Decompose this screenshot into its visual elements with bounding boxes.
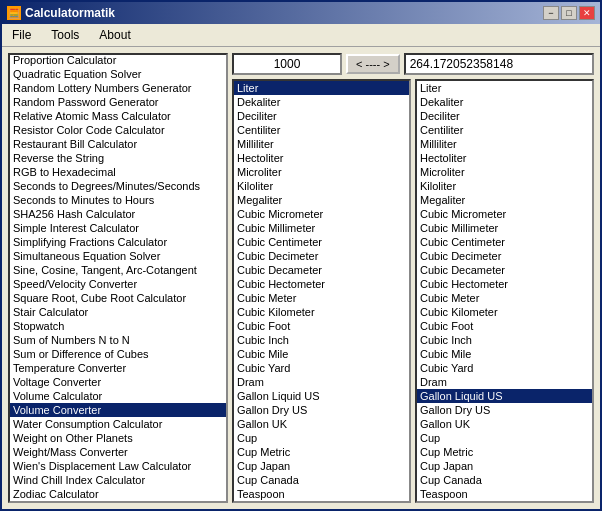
menu-tools[interactable]: Tools bbox=[45, 26, 85, 44]
list-item[interactable]: Quadratic Equation Solver bbox=[10, 67, 226, 81]
list-item[interactable]: Dram bbox=[234, 375, 409, 389]
list-item[interactable]: Dram bbox=[417, 375, 592, 389]
menu-file[interactable]: File bbox=[6, 26, 37, 44]
list-item[interactable]: Cup Canada bbox=[234, 473, 409, 487]
list-item[interactable]: Cup Metric bbox=[417, 445, 592, 459]
list-item[interactable]: Random Lottery Numbers Generator bbox=[10, 81, 226, 95]
list-item[interactable]: Cubic Decameter bbox=[234, 263, 409, 277]
list-item[interactable]: Cup bbox=[417, 431, 592, 445]
list-item[interactable]: Weight on Other Planets bbox=[10, 431, 226, 445]
list-item[interactable]: Cubic Hectometer bbox=[234, 277, 409, 291]
list-item[interactable]: Deciliter bbox=[417, 109, 592, 123]
list-item[interactable]: Megaliter bbox=[417, 193, 592, 207]
list-item[interactable]: Cubic Micrometer bbox=[417, 207, 592, 221]
list-item[interactable]: Reverse the String bbox=[10, 151, 226, 165]
list-item[interactable]: Milliliter bbox=[417, 137, 592, 151]
list-item[interactable]: Hectoliter bbox=[234, 151, 409, 165]
list-item[interactable]: Kiloliter bbox=[417, 179, 592, 193]
list-item[interactable]: Random Password Generator bbox=[10, 95, 226, 109]
list-item[interactable]: RGB to Hexadecimal bbox=[10, 165, 226, 179]
list-item[interactable]: Cup Canada bbox=[417, 473, 592, 487]
list-item[interactable]: Weight/Mass Converter bbox=[10, 445, 226, 459]
list-item[interactable]: Cup Japan bbox=[417, 459, 592, 473]
list-item[interactable]: Water Consumption Calculator bbox=[10, 417, 226, 431]
list-item[interactable]: Sum of Numbers N to N bbox=[10, 333, 226, 347]
list-item[interactable]: Seconds to Degrees/Minutes/Seconds bbox=[10, 179, 226, 193]
list-item[interactable]: Cubic Inch bbox=[234, 333, 409, 347]
list-item[interactable]: SHA256 Hash Calculator bbox=[10, 207, 226, 221]
list-item[interactable]: Proportion Calculator bbox=[10, 53, 226, 67]
list-item[interactable]: Milliliter bbox=[234, 137, 409, 151]
list-item[interactable]: Gallon UK bbox=[417, 417, 592, 431]
list-item[interactable]: Cubic Yard bbox=[234, 361, 409, 375]
list-item[interactable]: Cubic Yard bbox=[417, 361, 592, 375]
convert-button[interactable]: < ---- > bbox=[346, 54, 400, 74]
list-item[interactable]: Wien's Displacement Law Calculator bbox=[10, 459, 226, 473]
to-unit-list[interactable]: LiterDekaliterDeciliterCentiliterMillili… bbox=[415, 79, 594, 503]
minimize-button[interactable]: − bbox=[543, 6, 559, 20]
list-item[interactable]: Liter bbox=[417, 81, 592, 95]
list-item[interactable]: Gallon Dry US bbox=[417, 403, 592, 417]
list-item[interactable]: Liter bbox=[234, 81, 409, 95]
list-item[interactable]: Centiliter bbox=[234, 123, 409, 137]
list-item[interactable]: Sine, Cosine, Tangent, Arc-Cotangent bbox=[10, 263, 226, 277]
list-item[interactable]: Cubic Meter bbox=[417, 291, 592, 305]
list-item[interactable]: Kiloliter bbox=[234, 179, 409, 193]
list-item[interactable]: Cup bbox=[234, 431, 409, 445]
list-item[interactable]: Cubic Decimeter bbox=[417, 249, 592, 263]
list-item[interactable]: Cup Japan bbox=[234, 459, 409, 473]
list-item[interactable]: Voltage Converter bbox=[10, 375, 226, 389]
list-item[interactable]: Gallon Liquid US bbox=[234, 389, 409, 403]
list-item[interactable]: Cubic Millimeter bbox=[417, 221, 592, 235]
input-value-field[interactable] bbox=[232, 53, 342, 75]
list-item[interactable]: Square Root, Cube Root Calculator bbox=[10, 291, 226, 305]
list-item[interactable]: Simplifying Fractions Calculator bbox=[10, 235, 226, 249]
list-item[interactable]: Cubic Centimeter bbox=[417, 235, 592, 249]
list-item[interactable]: Dekaliter bbox=[417, 95, 592, 109]
list-item[interactable]: Simple Interest Calculator bbox=[10, 221, 226, 235]
list-item[interactable]: Simultaneous Equation Solver bbox=[10, 249, 226, 263]
list-item[interactable]: Cubic Kilometer bbox=[234, 305, 409, 319]
list-item[interactable]: Resistor Color Code Calculator bbox=[10, 123, 226, 137]
list-item[interactable]: Cubic Inch bbox=[417, 333, 592, 347]
list-item[interactable]: Volume Converter bbox=[10, 403, 226, 417]
maximize-button[interactable]: □ bbox=[561, 6, 577, 20]
list-item[interactable]: Stopwatch bbox=[10, 319, 226, 333]
list-item[interactable]: Cubic Millimeter bbox=[234, 221, 409, 235]
list-item[interactable]: Centiliter bbox=[417, 123, 592, 137]
list-item[interactable]: Deciliter bbox=[234, 109, 409, 123]
list-item[interactable]: Teaspoon bbox=[417, 487, 592, 501]
list-item[interactable]: Cubic Foot bbox=[234, 319, 409, 333]
list-item[interactable]: Stair Calculator bbox=[10, 305, 226, 319]
list-item[interactable]: Temperature Converter bbox=[10, 361, 226, 375]
list-item[interactable]: Seconds to Minutes to Hours bbox=[10, 193, 226, 207]
list-item[interactable]: Gallon UK bbox=[234, 417, 409, 431]
list-item[interactable]: Cubic Decimeter bbox=[234, 249, 409, 263]
list-item[interactable]: Dekaliter bbox=[234, 95, 409, 109]
list-item[interactable]: Gallon Liquid US bbox=[417, 389, 592, 403]
list-item[interactable]: Cubic Mile bbox=[234, 347, 409, 361]
list-item[interactable]: Sum or Difference of Cubes bbox=[10, 347, 226, 361]
menu-about[interactable]: About bbox=[93, 26, 136, 44]
list-item[interactable]: Megaliter bbox=[234, 193, 409, 207]
list-item[interactable]: Cup Metric bbox=[234, 445, 409, 459]
calculator-list[interactable]: Profit CalculatorProportion CalculatorQu… bbox=[8, 53, 228, 503]
list-item[interactable]: Cubic Kilometer bbox=[417, 305, 592, 319]
list-item[interactable]: Cubic Mile bbox=[417, 347, 592, 361]
list-item[interactable]: Cubic Foot bbox=[417, 319, 592, 333]
list-item[interactable]: Restaurant Bill Calculator bbox=[10, 137, 226, 151]
list-item[interactable]: Microliter bbox=[417, 165, 592, 179]
from-unit-list[interactable]: LiterDekaliterDeciliterCentiliterMillili… bbox=[232, 79, 411, 503]
list-item[interactable]: Teaspoon bbox=[234, 487, 409, 501]
list-item[interactable]: Wind Chill Index Calculator bbox=[10, 473, 226, 487]
close-button[interactable]: ✕ bbox=[579, 6, 595, 20]
list-item[interactable]: Cubic Centimeter bbox=[234, 235, 409, 249]
list-item[interactable]: Relative Atomic Mass Calculator bbox=[10, 109, 226, 123]
list-item[interactable]: Cubic Hectometer bbox=[417, 277, 592, 291]
list-item[interactable]: Hectoliter bbox=[417, 151, 592, 165]
list-item[interactable]: Cubic Meter bbox=[234, 291, 409, 305]
list-item[interactable]: Speed/Velocity Converter bbox=[10, 277, 226, 291]
list-item[interactable]: Zodiac Calculator bbox=[10, 487, 226, 501]
list-item[interactable]: Cubic Decameter bbox=[417, 263, 592, 277]
list-item[interactable]: Cubic Micrometer bbox=[234, 207, 409, 221]
